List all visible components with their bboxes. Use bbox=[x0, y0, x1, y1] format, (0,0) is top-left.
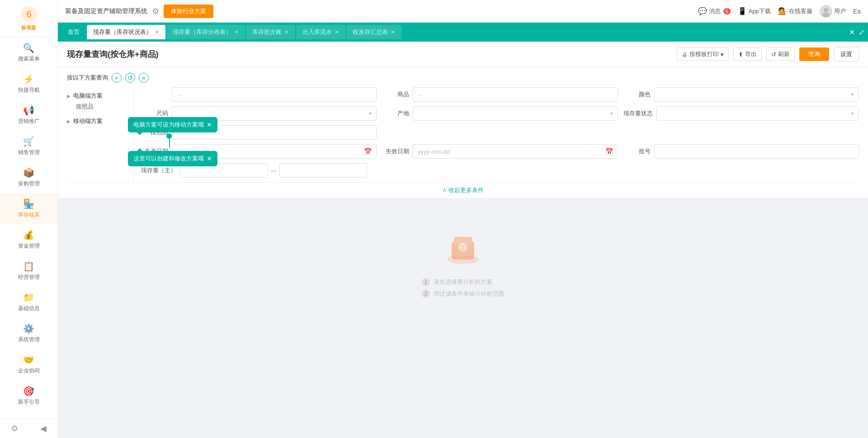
sidebar-item-enterprise[interactable]: 🤝 企业协同 bbox=[0, 349, 57, 380]
tab-inventory-dist[interactable]: 现存量（库存分布表） ✕ bbox=[166, 25, 245, 39]
sidebar-item-label: 新手引导 bbox=[18, 398, 40, 406]
basic-icon: 📁 bbox=[23, 292, 34, 303]
service-icon: 💁 bbox=[778, 7, 787, 15]
stock-status-arrow-icon bbox=[851, 110, 854, 117]
refresh-button[interactable]: ↺ 刷新 bbox=[766, 47, 795, 61]
sidebar-item-guide[interactable]: 🎯 新手引导 bbox=[0, 380, 57, 411]
sidebar-item-ops[interactable]: 📋 经营管理 bbox=[0, 255, 57, 287]
warehouse-dots: ··· bbox=[177, 91, 182, 98]
back-btn[interactable]: « bbox=[139, 73, 149, 83]
app-logo-icon: 6 bbox=[20, 5, 38, 24]
online-service-label: 在线客服 bbox=[789, 7, 812, 15]
topbar-right: 💬 消息 6 📱 App下载 💁 在线客服 用户 Ea bbox=[698, 5, 861, 18]
collapse-bar[interactable]: ∧ 收起更多条件 bbox=[67, 182, 859, 198]
industry-button[interactable]: 体验行业方案 bbox=[164, 5, 213, 18]
origin-label: 产地 bbox=[382, 109, 409, 118]
sidebar-item-label: 资金管理 bbox=[18, 242, 40, 250]
add-scheme-btn[interactable]: + bbox=[112, 73, 122, 83]
sidebar-item-label: 经营管理 bbox=[18, 273, 40, 281]
print-label: 按模板打印 bbox=[689, 50, 719, 58]
tab-in-out-flow[interactable]: 出入库流水 ✕ bbox=[296, 25, 345, 39]
sidebar-item-system[interactable]: ⚙️ 系统管理 bbox=[0, 318, 57, 349]
svg-point-4 bbox=[822, 13, 830, 17]
filter-with-panel: ▶ 电脑端方案 按照品 ▶ 移动端方案 bbox=[67, 87, 859, 182]
notifications-item[interactable]: 💬 消息 6 bbox=[698, 7, 731, 15]
tooltip2-close[interactable]: ✕ bbox=[207, 155, 212, 162]
sidebar-item-sales[interactable]: 🛒 销售管理 bbox=[0, 131, 57, 162]
tab-inventory-dist-close[interactable]: ✕ bbox=[234, 29, 239, 35]
sidebar-item-label: 搜索菜单 bbox=[18, 55, 40, 63]
tab-batch-account[interactable]: 库存批次账 ✕ bbox=[246, 25, 295, 39]
sidebar-item-basic[interactable]: 📁 基础信息 bbox=[0, 287, 57, 318]
tab-batch-account-label: 库存批次账 bbox=[252, 28, 282, 36]
reset-button[interactable]: 设置 bbox=[834, 47, 859, 61]
desktop-scheme-header[interactable]: ▶ 电脑端方案 bbox=[67, 91, 133, 101]
export-label: 导出 bbox=[745, 50, 757, 58]
tabbar-actions: ✕ ⤢ bbox=[849, 28, 864, 37]
tab-inventory-status[interactable]: 现存量（库存状况表） ✕ bbox=[87, 25, 165, 39]
color-control[interactable] bbox=[654, 87, 859, 102]
empty-state: :( 1 请先选择要分析的方案 2 用过滤条件来缩小分析范围 bbox=[58, 198, 868, 316]
sidebar-item-finance[interactable]: 💰 资金管理 bbox=[0, 224, 57, 255]
search-icon: 🔍 bbox=[23, 42, 34, 53]
calendar-icon2: 📅 bbox=[605, 148, 613, 155]
print-button[interactable]: 🖨 按模板打印 ▾ bbox=[677, 47, 729, 61]
app-download-label: App下载 bbox=[749, 7, 771, 15]
ops-icon: 📋 bbox=[23, 261, 34, 272]
tab-inventory-status-close[interactable]: ✕ bbox=[155, 29, 159, 35]
header-actions: 🖨 按模板打印 ▾ ⬆ 导出 ↺ 刷新 查询 设置 bbox=[677, 47, 859, 61]
stock-status-label: 现存量状态 bbox=[623, 109, 653, 118]
sidebar-item-search[interactable]: 🔍 搜索菜单 bbox=[0, 37, 57, 68]
filter-header: 按以下方案查询 + ↺ « bbox=[67, 73, 859, 83]
top-right-ea: Ea bbox=[853, 8, 861, 15]
refresh-scheme-btn[interactable]: ↺ bbox=[125, 73, 135, 83]
tab-collect-report[interactable]: 收发存汇总表 ✕ bbox=[346, 25, 401, 39]
stock-qty-max-input[interactable] bbox=[279, 163, 368, 178]
page-title: 现存量查询(按仓库+商品) bbox=[67, 49, 159, 60]
sidebar-bottom: ⚙ ◀ bbox=[0, 419, 57, 438]
export-icon: ⬆ bbox=[738, 51, 743, 58]
origin-control[interactable] bbox=[413, 106, 618, 121]
warehouse-control[interactable]: ··· bbox=[172, 87, 377, 102]
filter-main: ··· 商品 ··· 颜色 bbox=[134, 87, 859, 182]
mobile-scheme-header[interactable]: ▶ 移动端方案 bbox=[67, 116, 133, 126]
svg-text::(: :( bbox=[460, 244, 464, 251]
tab-batch-account-close[interactable]: ✕ bbox=[284, 29, 289, 35]
sidebar-item-purchase[interactable]: 📦 采购管理 bbox=[0, 162, 57, 193]
tab-in-out-flow-label: 出入库流水 bbox=[302, 28, 332, 36]
goods-control[interactable]: ··· bbox=[413, 87, 618, 102]
nav-icon: ⚡ bbox=[23, 74, 34, 85]
batch-no-control[interactable] bbox=[654, 144, 859, 159]
tooltip1-close[interactable]: ✕ bbox=[207, 121, 212, 128]
filter-expiry-date: 失效日期 yyyy-mm-dd 📅 bbox=[382, 144, 618, 159]
app-download-item[interactable]: 📱 App下载 bbox=[738, 7, 771, 15]
online-service-item[interactable]: 💁 在线客服 bbox=[778, 7, 812, 15]
expand-btn[interactable]: ⤢ bbox=[859, 28, 864, 37]
tab-home[interactable]: 首页 bbox=[61, 25, 86, 39]
tab-in-out-flow-close[interactable]: ✕ bbox=[335, 29, 339, 35]
expiry-date-control[interactable]: yyyy-mm-dd 📅 bbox=[413, 144, 618, 159]
user-item[interactable]: 用户 bbox=[820, 5, 846, 18]
close-all-tabs-btn[interactable]: ✕ bbox=[849, 28, 855, 37]
export-button[interactable]: ⬆ 导出 bbox=[733, 47, 762, 61]
sidebar-logo: 6 标准版 bbox=[0, 0, 57, 37]
stock-status-control[interactable] bbox=[656, 106, 859, 121]
filter-batch-no: 批号 bbox=[623, 144, 859, 159]
sales-icon: 🛒 bbox=[23, 136, 34, 147]
settings-icon[interactable]: ⚙ bbox=[11, 424, 18, 433]
tab-collect-report-close[interactable]: ✕ bbox=[391, 29, 395, 35]
phone-icon: 📱 bbox=[738, 7, 747, 15]
sidebar-item-label: 采购管理 bbox=[18, 180, 40, 188]
user-label: 用户 bbox=[834, 7, 846, 15]
sidebar-item-label: 基础信息 bbox=[18, 305, 40, 312]
tooltip-create-scheme: 这里可以创建和修改方案哦 ✕ bbox=[128, 151, 217, 166]
topbar-settings-icon[interactable]: ⚙ bbox=[152, 6, 159, 16]
sidebar-item-nav[interactable]: ⚡ 快捷导航 bbox=[0, 68, 57, 99]
collapse-sidebar-icon[interactable]: ◀ bbox=[40, 424, 47, 433]
search-button[interactable]: 查询 bbox=[799, 47, 829, 61]
content-header: 现存量查询(按仓库+商品) 🖨 按模板打印 ▾ ⬆ 导出 ↺ 刷新 查询 设置 bbox=[58, 42, 868, 67]
sidebar-item-inventory[interactable]: 🏪 库存核算 bbox=[0, 193, 57, 224]
expiry-date-label: 失效日期 bbox=[382, 147, 409, 155]
scheme-item-by-product[interactable]: 按照品 bbox=[67, 101, 133, 113]
sidebar-item-marketing[interactable]: 📢 营销推广 bbox=[0, 99, 57, 131]
